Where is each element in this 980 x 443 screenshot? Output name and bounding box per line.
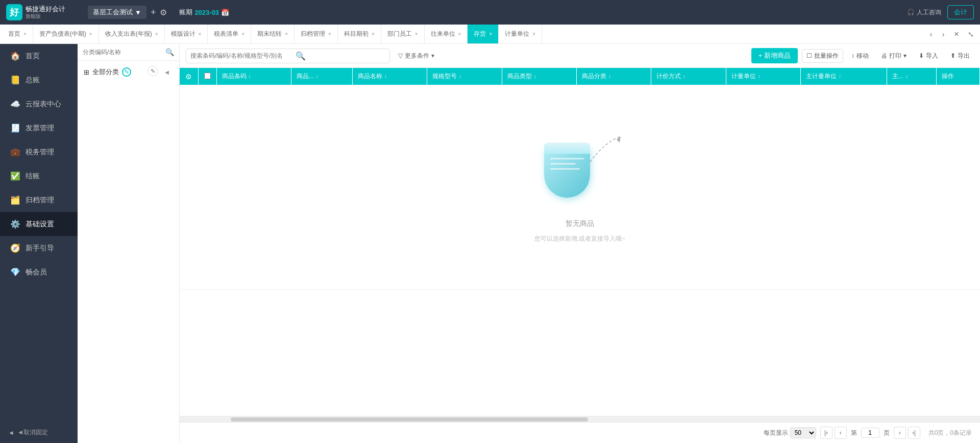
move-button[interactable]: ↕ 移动 [847,50,873,62]
horizontal-scrollbar[interactable] [180,416,980,422]
sort-icon[interactable]: ↕ [249,74,251,79]
prev-page-btn[interactable]: ‹ [835,427,847,439]
nav-item-归档管理[interactable]: 🗂️归档管理 [0,188,78,212]
tab-close-icon[interactable]: × [89,31,92,37]
period-label: 账期 [179,8,192,17]
nav-item-首页[interactable]: 🏠首页 [0,44,78,68]
col-header-7[interactable]: 商品分类↕ [576,68,651,85]
tab-close-icon[interactable]: × [285,31,288,37]
sort-icon[interactable]: ↕ [905,74,908,79]
tab-close-icon[interactable]: × [372,31,375,37]
column-settings-icon[interactable]: ⚙ [185,73,192,81]
col-label-5: 规格型号 [432,73,457,80]
category-collapse-btn[interactable]: ◄ [161,66,173,78]
account-button[interactable]: 会计 [947,5,974,19]
col-header-6[interactable]: 商品类型↕ [502,68,576,85]
search-icon[interactable]: 🔍 [165,48,174,56]
tab-科目期初[interactable]: 科目期初× [338,25,381,44]
tab-首页[interactable]: 首页× [2,25,33,44]
tab-close-icon[interactable]: × [415,31,418,37]
calendar-icon[interactable]: 📅 [221,9,229,16]
col-header-3[interactable]: 商品...↕ [291,68,352,85]
print-label: 打印 [889,52,901,60]
last-page-btn[interactable]: ›| [908,427,920,439]
category-search: 🔍 [78,44,179,61]
tab-close-icon[interactable]: × [199,31,202,37]
nav-item-新手引导[interactable]: 🧭新手引导 [0,236,78,260]
tab-税表清单[interactable]: 税表清单× [208,25,251,44]
category-edit-icon[interactable]: ✎ [148,66,158,76]
batch-button[interactable]: ☐ 批量操作 [802,49,843,63]
col-header-5[interactable]: 规格型号↕ [427,68,502,85]
nav-item-总账[interactable]: 📒总账 [0,68,78,92]
tab-期末结转[interactable]: 期末结转× [251,25,295,44]
sort-icon[interactable]: ↕ [758,74,761,79]
plus-icon[interactable]: + [151,7,156,18]
tab-资产负债表(中期)[interactable]: 资产负债表(中期)× [33,25,99,44]
category-search-input[interactable] [83,49,162,56]
sort-icon[interactable]: ↕ [316,74,318,79]
sort-icon[interactable]: ↕ [683,74,685,79]
tab-expand[interactable]: ⤡ [964,25,978,44]
select-all-checkbox[interactable] [204,73,211,79]
tab-close-icon[interactable]: × [328,31,331,37]
sort-icon[interactable]: ↕ [839,74,841,79]
col-header-4[interactable]: 商品名称↕ [352,68,427,85]
tab-close-icon[interactable]: × [458,31,461,37]
add-product-button[interactable]: + 新增商品 [751,48,798,63]
nav-item-基础设置[interactable]: ⚙️基础设置 [0,212,78,236]
per-page-select[interactable]: 50 100 200 [790,427,816,438]
tab-往来单位[interactable]: 往来单位× [425,25,468,44]
tab-close-icon[interactable]: × [532,31,535,37]
tab-nav-left[interactable]: ‹ [925,25,937,44]
tab-归档管理[interactable]: 归档管理× [295,25,338,44]
tab-close-icon[interactable]: × [155,31,158,37]
tab-close-icon[interactable]: × [489,31,492,37]
tab-label: 存货 [474,30,486,38]
empty-title: 暂无商品 [566,219,594,228]
import-button[interactable]: ⬇ 导入 [915,50,942,62]
tab-label: 模版设计 [171,30,195,38]
nav-item-云报表中心[interactable]: ☁️云报表中心 [0,92,78,116]
nav-item-畅会员[interactable]: 💎畅会员 [0,260,78,284]
tab-close-all[interactable]: × [949,25,964,44]
scroll-thumb[interactable] [231,417,588,422]
sidebar-collapse-btn[interactable]: ◄ ◄取消固定 [0,422,78,443]
tab-部门员工[interactable]: 部门员工× [381,25,425,44]
main-search-input[interactable] [190,52,292,59]
nav-item-税务管理[interactable]: 💼税务管理 [0,140,78,164]
nav-icon: 🧭 [10,243,20,253]
nav-item-发票管理[interactable]: 🧾发票管理 [0,116,78,140]
sort-icon[interactable]: ↕ [534,74,536,79]
print-button[interactable]: 🖨 打印 ▾ [877,50,911,62]
page-number-input[interactable] [861,428,879,438]
search-submit-icon[interactable]: 🔍 [296,51,306,61]
tab-nav-right[interactable]: › [937,25,949,44]
col-header-9[interactable]: 计量单位↕ [726,68,800,85]
settings-icon[interactable]: ⚙ [160,8,167,17]
tab-close-icon[interactable]: × [241,31,244,37]
sort-icon[interactable]: ↕ [384,74,387,79]
tab-收入支出表(年报)[interactable]: 收入支出表(年报)× [99,25,165,44]
tab-模版设计[interactable]: 模版设计× [165,25,208,44]
col-header-11[interactable]: 主...↕ [887,68,937,85]
company-selector[interactable]: 基层工会测试 ▼ [88,6,146,19]
tab-计量单位[interactable]: 计量单位× [499,25,542,44]
first-page-btn[interactable]: |‹ [820,427,832,439]
category-panel: 🔍 ⊞ 全部分类 ✎ ✎ ◄ [78,44,180,443]
tab-close-icon[interactable]: × [23,31,27,37]
nav-item-结账[interactable]: ✅结账 [0,164,78,188]
col-header-10[interactable]: 主计量单位↕ [801,68,887,85]
tab-存货[interactable]: 存货× [468,25,499,44]
next-page-btn[interactable]: › [894,427,906,439]
category-all-label[interactable]: 全部分类 [92,67,119,77]
sort-icon[interactable]: ↕ [459,74,461,79]
service-button[interactable]: 🎧 人工咨询 [907,8,941,17]
col-header-2[interactable]: 商品条码↕ [216,68,291,85]
filter-button[interactable]: ▽ 更多条件 ▾ [394,50,438,62]
sort-icon[interactable]: ↕ [608,74,611,79]
col-header-12[interactable]: 操作 [937,68,980,85]
filter-chevron-icon: ▾ [431,52,434,59]
export-button[interactable]: ⬆ 导出 [946,50,974,62]
col-header-8[interactable]: 计价方式↕ [651,68,726,85]
